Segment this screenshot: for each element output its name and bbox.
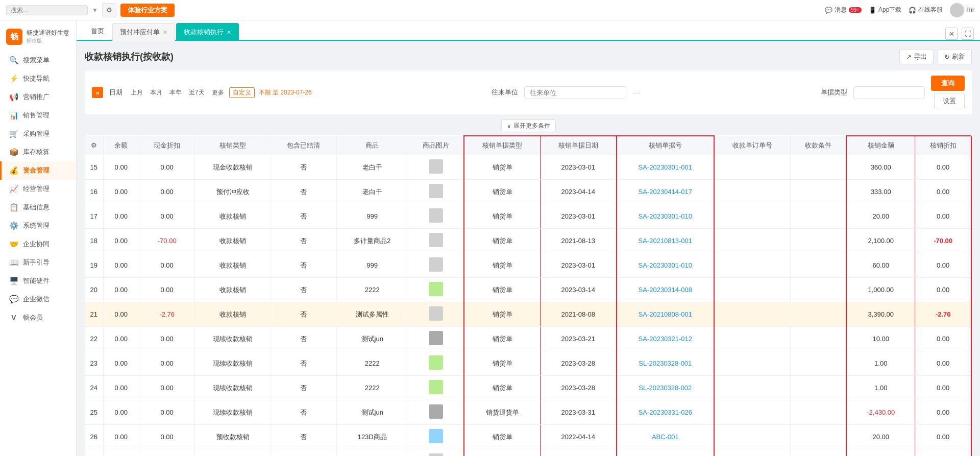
- filter-settings-btn[interactable]: 设置: [934, 93, 965, 109]
- sidebar-item-guide[interactable]: 📖 新手引导: [0, 253, 76, 272]
- receipt-type-select[interactable]: [853, 86, 925, 99]
- cell-include-settled: 否: [271, 155, 336, 180]
- table-row: 17 0.00 0.00 收款核销 否 999 销货单 2023-03-01 S…: [85, 204, 971, 229]
- date-btn-custom[interactable]: 自定义: [229, 87, 255, 98]
- sidebar-item-quicknav[interactable]: ⚡ 快捷导航: [0, 69, 76, 88]
- filter-expand-btn[interactable]: »: [92, 87, 103, 98]
- tab-maximize-btn[interactable]: ⛶: [962, 28, 974, 40]
- message-item[interactable]: 💬 消息 99+: [825, 6, 862, 14]
- date-btn-last-month[interactable]: 上月: [129, 87, 145, 98]
- filter-actions: 查询 设置: [931, 76, 965, 109]
- dropdown-arrow-icon[interactable]: ▼: [92, 7, 98, 14]
- cell-verify-bill-date: 2023-03-28: [540, 376, 616, 400]
- cell-verify-bill-no[interactable]: SA-20230301-001: [617, 155, 714, 180]
- bill-no-link: SA-20230314-008: [639, 286, 693, 294]
- tab-bar: 首页 预付冲应付单 ✕ 收款核销执行 ✕ ✕ ⛶: [77, 20, 980, 41]
- cell-verify-bill-no[interactable]: SA-20230321-012: [617, 327, 714, 351]
- refresh-btn[interactable]: ↻ 刷新: [938, 49, 972, 64]
- cell-verify-bill-no[interactable]: SA-20210813-001: [617, 229, 714, 253]
- logo-tag: 标准版: [27, 37, 69, 44]
- cell-balance: 0.00: [103, 204, 139, 229]
- cell-verify-type: 现续收款核销: [195, 449, 271, 457]
- cell-verify-bill-no[interactable]: SA-20230301-010: [617, 253, 714, 278]
- page-title: 收款核销执行(按收款): [85, 51, 174, 63]
- cell-verify-bill-no[interactable]: SL-20230408-001: [617, 449, 714, 457]
- vip-icon: V: [9, 314, 19, 322]
- table-header-row: ⚙ 余额 现金折扣 核销类型 包含已结清 商品 商品图片 核销单据类型 核销单据…: [85, 136, 971, 155]
- query-btn[interactable]: 查询: [931, 76, 965, 91]
- cell-cash-discount: 0.00: [139, 425, 194, 449]
- basic-info-icon: 📋: [9, 203, 19, 212]
- sidebar-item-purchase[interactable]: 🛒 采购管理: [0, 125, 76, 143]
- sidebar-item-system[interactable]: ⚙️ 系统管理: [0, 217, 76, 235]
- expand-more-row: ∨ 展开更多条件: [85, 119, 972, 132]
- sidebar-item-wechat[interactable]: 💬 企业微信: [0, 290, 76, 308]
- sidebar-item-finance[interactable]: 💰 资金管理: [0, 161, 76, 180]
- cell-verify-type: 现金收款核销: [195, 155, 271, 180]
- cell-cash-discount: 0.00: [139, 253, 194, 278]
- cell-receipt-order-no: [714, 425, 790, 449]
- sidebar-item-collab[interactable]: 🤝 企业协同: [0, 235, 76, 253]
- cell-verify-bill-no[interactable]: SA-20230314-008: [617, 278, 714, 302]
- cell-receipt-condition: [790, 278, 846, 302]
- cell-include-settled: 否: [271, 449, 336, 457]
- tab-prepay-close-icon[interactable]: ✕: [163, 29, 167, 36]
- expand-more-btn[interactable]: ∨ 展开更多条件: [501, 119, 556, 132]
- industry-btn[interactable]: 体验行业方案: [120, 4, 175, 17]
- cell-verify-bill-no[interactable]: SA-20230414-017: [617, 180, 714, 204]
- app-download-item[interactable]: 📱 App下载: [869, 6, 901, 14]
- th-settings[interactable]: ⚙: [85, 136, 103, 155]
- cell-verify-amount: 3,390.00: [846, 302, 915, 327]
- cell-verify-bill-no[interactable]: SL-20230328-002: [617, 376, 714, 400]
- top-bar-left: ▼ ⚙ 体验行业方案: [6, 3, 821, 17]
- cell-balance: 0.00: [103, 253, 139, 278]
- date-btn-this-month[interactable]: 本月: [148, 87, 164, 98]
- sidebar-item-operations[interactable]: 📈 经营管理: [0, 180, 76, 198]
- cell-verify-bill-no[interactable]: SA-20230331-026: [617, 400, 714, 425]
- user-item[interactable]: Rit: [950, 3, 974, 17]
- counterparty-input[interactable]: [524, 86, 626, 99]
- cell-goods: 2222: [336, 351, 408, 376]
- tab-verify[interactable]: 收款核销执行 ✕: [176, 23, 239, 41]
- bill-no-link: SA-20210808-001: [639, 310, 693, 318]
- sidebar-item-sales[interactable]: 📊 销售管理: [0, 106, 76, 125]
- online-service-item[interactable]: 🎧 在线客服: [909, 6, 943, 14]
- tab-verify-close-icon[interactable]: ✕: [227, 29, 231, 36]
- settings-icon[interactable]: ⚙: [102, 3, 116, 17]
- sidebar-item-inventory[interactable]: 📦 库存核算: [0, 143, 76, 161]
- cell-balance: 0.00: [103, 278, 139, 302]
- cell-verify-type: 收款核销: [195, 204, 271, 229]
- logo-text: 畅捷通谱好生意: [27, 29, 69, 37]
- sidebar-item-marketing[interactable]: 📢 营销推广: [0, 88, 76, 106]
- cell-verify-bill-no[interactable]: SA-20230301-010: [617, 204, 714, 229]
- tab-home[interactable]: 首页: [83, 22, 112, 41]
- tab-close-btn[interactable]: ✕: [945, 28, 958, 40]
- date-btn-this-year[interactable]: 本年: [167, 87, 184, 98]
- cell-verify-bill-type: 销货单: [464, 204, 540, 229]
- cell-cash-discount: 0.00: [139, 376, 194, 400]
- search-input[interactable]: [6, 5, 88, 15]
- bill-no-link: SA-20230301-001: [639, 163, 693, 171]
- cell-verify-bill-no[interactable]: SL-20230328-001: [617, 351, 714, 376]
- main-area: 首页 预付冲应付单 ✕ 收款核销执行 ✕ ✕ ⛶ 收款核销执行(按收款) ↗: [77, 20, 980, 456]
- date-btn-more[interactable]: 更多: [210, 87, 226, 98]
- th-receipt-order-no: 收款单订单号: [714, 136, 790, 155]
- cell-cash-discount: 0.00: [139, 400, 194, 425]
- date-btn-7days[interactable]: 近7天: [187, 87, 207, 98]
- cell-verify-discount: 0.00: [915, 400, 971, 425]
- sidebar-item-search[interactable]: 🔍 搜索菜单: [0, 51, 76, 69]
- th-goods-image: 商品图片: [408, 136, 464, 155]
- cell-verify-bill-no[interactable]: ABC-001: [617, 425, 714, 449]
- table-row: 22 0.00 0.00 现续收款核销 否 测试jun 销货单 2023-03-…: [85, 327, 971, 351]
- tab-prepay[interactable]: 预付冲应付单 ✕: [112, 23, 175, 41]
- sidebar-item-hardware[interactable]: 🖥️ 智能硬件: [0, 272, 76, 290]
- sidebar-item-basic-info[interactable]: 📋 基础信息: [0, 198, 76, 217]
- message-icon: 💬: [825, 7, 832, 14]
- export-btn[interactable]: ↗ 导出: [899, 49, 934, 64]
- cell-balance: 0.00: [103, 229, 139, 253]
- th-verify-bill-date: 核销单据日期: [540, 136, 616, 155]
- sidebar-item-vip[interactable]: V 畅会员: [0, 308, 76, 327]
- cell-receipt-order-no: [714, 376, 790, 400]
- cell-verify-bill-no[interactable]: SA-20210808-001: [617, 302, 714, 327]
- cell-receipt-condition: [790, 180, 846, 204]
